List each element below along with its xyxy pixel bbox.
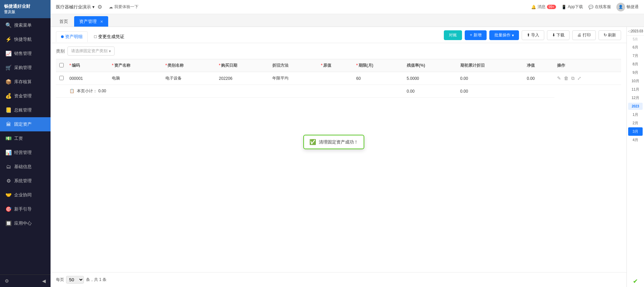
guide-icon: 🎯 — [5, 206, 11, 212]
company-name: 医疗器械行业演示 — [56, 4, 91, 10]
more-icon[interactable]: ⤢ — [577, 75, 581, 81]
batch-button[interactable]: 批量操作 ▾ — [489, 30, 519, 40]
col-original-value: *原值 — [318, 59, 354, 72]
subtotal-net: 0.00 — [458, 85, 524, 98]
prev-year-label: 5月 — [627, 36, 644, 43]
select-all-checkbox[interactable] — [59, 63, 64, 67]
notifications-btn[interactable]: 🔔 消息 99+ — [531, 4, 556, 10]
sidebar-item-ledger[interactable]: 📒 总账管理 — [0, 103, 51, 117]
cell-initial-depr: 0.00 — [458, 72, 524, 85]
collapse-left-icon[interactable]: ◁ — [628, 29, 631, 33]
operations-icon: 📊 — [5, 150, 11, 156]
subtotal-initial: 0.00 — [404, 85, 458, 98]
month-7[interactable]: 7月 — [627, 52, 644, 60]
topbar-settings-icon[interactable]: ⚙ — [97, 4, 102, 10]
sidebar-item-purchase[interactable]: 🛒 采购管理 — [0, 61, 51, 75]
refresh-icon: ↻ — [604, 33, 607, 37]
sidebar-item-payroll[interactable]: 💵 工资 — [0, 131, 51, 146]
delete-icon[interactable]: 🗑 — [564, 75, 569, 81]
sidebar-item-apps[interactable]: 🔲 应用中心 — [0, 216, 51, 230]
sidebar-item-quicknav[interactable]: ⚡ 快捷导航 — [0, 32, 51, 46]
year-2023-label: 2023 — [628, 103, 643, 110]
cell-residual-rate: 5.0000 — [404, 72, 458, 85]
month-10[interactable]: 10月 — [627, 77, 644, 85]
sidebar-item-label: 工资 — [14, 135, 23, 141]
subtab-asset-detail[interactable]: 资产明细 — [56, 31, 88, 42]
collapse-icon[interactable]: ◀ — [42, 278, 46, 284]
sidebar-item-inventory[interactable]: 📦 库存核算 — [0, 75, 51, 89]
company-selector[interactable]: 医疗器械行业演示 ▾ — [56, 4, 95, 10]
row-actions: ✎ 🗑 ⧉ ⤢ — [557, 75, 618, 81]
sidebar-item-label: 基础信息 — [14, 164, 32, 170]
time-panel-header: ◁ 2023.03 — [627, 27, 644, 36]
edit-icon[interactable]: ✎ — [557, 75, 561, 81]
sidebar-item-finance[interactable]: 💰 资金管理 — [0, 89, 51, 103]
app-name: 畅捷通好业财 — [4, 3, 47, 9]
sidebar-item-label: 总账管理 — [14, 107, 32, 113]
col-period: *期限(月) — [354, 59, 404, 72]
month-6[interactable]: 6月 — [627, 43, 644, 52]
content-main: 资产明细 变更生成凭证 对账 + 新增 批量操作 ▾ ⬆ — [51, 27, 626, 287]
category-placeholder: 请选择固定资产类别 — [71, 48, 108, 54]
tab-close-icon[interactable]: ✕ — [100, 20, 103, 24]
download-button[interactable]: ⬇ 下载 — [547, 30, 570, 40]
online-service-btn[interactable]: 💬 在线客服 — [588, 4, 611, 10]
user-menu[interactable]: 👤 畅捷通 — [616, 3, 639, 11]
print-icon: 🖨 — [577, 33, 581, 37]
month-8[interactable]: 8月 — [627, 60, 644, 68]
copy-icon[interactable]: ⧉ — [571, 75, 575, 81]
print-button[interactable]: 🖨 打印 — [572, 30, 595, 40]
sidebar-item-collab[interactable]: 🤝 企业协同 — [0, 188, 51, 202]
experience-text[interactable]: ☁ 我要体验一下 — [109, 4, 139, 10]
col-residual-rate: 残值率(%) — [404, 59, 458, 72]
sidebar-item-search[interactable]: 🔍 搜索菜单 — [0, 18, 51, 32]
col-initial-depr: 期初累计折旧 — [458, 59, 524, 72]
topbar-left: 医疗器械行业演示 ▾ ⚙ ☁ 我要体验一下 — [56, 4, 139, 10]
refresh-button[interactable]: ↻ 刷新 — [599, 30, 621, 40]
sidebar-item-label: 搜索菜单 — [14, 22, 32, 28]
sidebar-item-sales[interactable]: 📈 销售管理 — [0, 46, 51, 61]
sidebar-item-label: 应用中心 — [14, 220, 32, 226]
month-9[interactable]: 9月 — [627, 68, 644, 77]
month-1[interactable]: 1月 — [627, 110, 644, 119]
apps-icon: 🔲 — [5, 220, 11, 226]
import-button[interactable]: ⬆ 导入 — [522, 30, 544, 40]
download-icon: 📱 — [561, 5, 566, 9]
time-panel-label: 2023.03 — [631, 29, 643, 33]
sidebar-item-label: 采购管理 — [14, 65, 32, 71]
chevron-down-icon: ▾ — [512, 33, 514, 38]
per-page-select[interactable]: 50 100 — [66, 276, 84, 284]
tab-asset-management[interactable]: 资产管理 ✕ — [74, 16, 108, 27]
category-select[interactable]: 请选择固定资产类别 ▾ — [67, 46, 115, 56]
month-3[interactable]: 3月 — [628, 127, 643, 136]
month-11[interactable]: 11月 — [627, 85, 644, 94]
cell-period: 60 — [354, 72, 404, 85]
month-12[interactable]: 12月 — [627, 94, 644, 102]
subtab-bar: 资产明细 变更生成凭证 对账 + 新增 批量操作 ▾ ⬆ — [51, 27, 626, 43]
month-2[interactable]: 2月 — [627, 119, 644, 127]
reconcile-button[interactable]: 对账 — [444, 30, 462, 40]
time-panel: ◁ 2023.03 5月 6月 7月 8月 9月 10月 11月 12月 202… — [626, 27, 644, 287]
app-download-btn[interactable]: 📱 App下载 — [561, 4, 583, 10]
table-wrap: *编码 *资产名称 *类别名称 *购买日期 折旧方法 *原值 *期限(月) 残值… — [51, 59, 626, 272]
month-4[interactable]: 4月 — [627, 136, 644, 144]
sidebar-item-basic-info[interactable]: 🗂 基础信息 — [0, 160, 51, 174]
sidebar-item-system[interactable]: ⚙ 系统管理 — [0, 174, 51, 188]
sidebar-item-fixed-assets[interactable]: 🏛 固定资产 — [0, 117, 51, 131]
tab-home[interactable]: 首页 — [55, 17, 73, 27]
subtab-right: 对账 + 新增 批量操作 ▾ ⬆ 导入 ⬇ 下载 🖨 — [444, 30, 621, 43]
col-actions: 操作 — [554, 59, 621, 72]
sidebar-item-guide[interactable]: 🎯 新手引导 — [0, 202, 51, 216]
per-page-label: 每页 — [56, 277, 64, 283]
quicknav-icon: ⚡ — [5, 36, 11, 42]
row-checkbox[interactable] — [59, 76, 64, 80]
sidebar-bottom: ⚙ ◀ — [0, 275, 51, 287]
company-dropdown-icon: ▾ — [92, 4, 95, 9]
subtab-voucher[interactable]: 变更生成凭证 — [89, 31, 129, 42]
settings-bottom-icon[interactable]: ⚙ — [5, 278, 9, 284]
check-circle-icon[interactable]: ✔ — [633, 278, 638, 285]
new-button[interactable]: + 新增 — [465, 30, 486, 40]
payroll-icon: 💵 — [5, 135, 11, 141]
sidebar-item-operations[interactable]: 📊 经营管理 — [0, 146, 51, 160]
sidebar-item-label: 新手引导 — [14, 206, 32, 212]
